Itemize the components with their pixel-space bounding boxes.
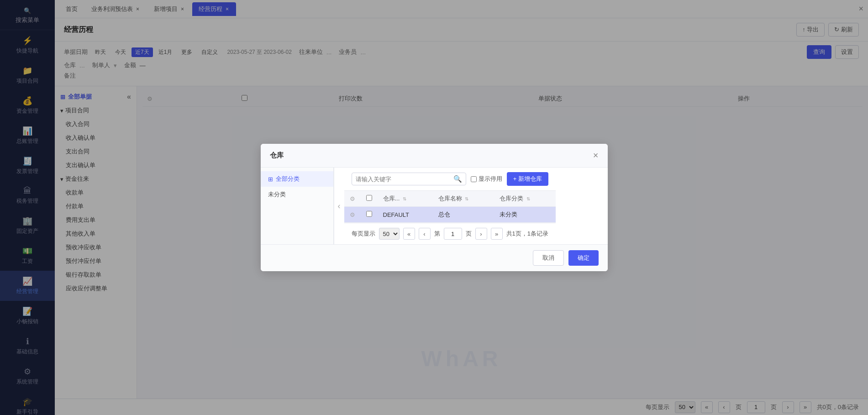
th-category: 仓库分类 ⇅ <box>494 191 556 207</box>
add-warehouse-button[interactable]: + 新增仓库 <box>507 172 548 186</box>
sort-icon-code[interactable]: ⇅ <box>403 196 406 201</box>
dialog-pagination: 每页显示 50 « ‹ 第 页 › » 共1页，1条记录 <box>344 223 556 244</box>
dialog-header: 仓库 × <box>261 144 608 168</box>
row-category: 未分类 <box>494 207 556 223</box>
show-disabled-checkbox[interactable] <box>471 176 477 182</box>
dialog-total-info: 共1页，1条记录 <box>506 230 548 238</box>
row-name: 总仓 <box>433 207 494 223</box>
gear-icon-table[interactable]: ⚙ <box>350 195 355 202</box>
show-disabled-label[interactable]: 显示停用 <box>471 175 502 183</box>
grid-icon-dialog: ⊞ <box>268 176 273 183</box>
dialog-page-label: 第 <box>434 230 440 238</box>
dialog-first-page[interactable]: « <box>403 228 415 240</box>
table-row[interactable]: ⚙ DEFAULT 总仓 未分类 <box>344 207 556 223</box>
modal-overlay: 仓库 × ⊞ 全部分类 未分类 ‹ <box>0 0 868 415</box>
dialog-next-page[interactable]: › <box>475 228 487 240</box>
search-icon-dialog: 🔍 <box>453 175 462 183</box>
th-code: 仓库... ⇅ <box>378 191 433 207</box>
dialog-last-page[interactable]: » <box>491 228 503 240</box>
row-gear: ⚙ <box>344 207 361 223</box>
dialog-sidebar-all-category[interactable]: ⊞ 全部分类 <box>261 171 333 187</box>
per-page-label-dialog: 每页显示 <box>352 230 375 238</box>
dialog-toolbar: 🔍 显示停用 + 新增仓库 <box>344 168 556 191</box>
dialog-sidebar-uncategorized[interactable]: 未分类 <box>261 187 333 202</box>
th-name: 仓库名称 ⇅ <box>433 191 494 207</box>
row-checkbox-cell <box>361 207 378 223</box>
dialog-body: ⊞ 全部分类 未分类 ‹ 🔍 <box>261 168 608 244</box>
dialog-prev-page[interactable]: ‹ <box>419 228 431 240</box>
cancel-button[interactable]: 取消 <box>533 250 564 266</box>
row-gear-icon[interactable]: ⚙ <box>350 211 355 218</box>
dialog-sidebar: ⊞ 全部分类 未分类 <box>261 168 334 244</box>
row-checkbox[interactable] <box>366 211 372 217</box>
dialog-select-all[interactable] <box>366 195 372 201</box>
th-gear: ⚙ <box>344 191 361 207</box>
sort-icon-name[interactable]: ⇅ <box>465 196 468 201</box>
confirm-button[interactable]: 确定 <box>568 250 599 266</box>
sort-icon-category[interactable]: ⇅ <box>526 196 530 201</box>
per-page-select-dialog[interactable]: 50 <box>379 228 400 240</box>
search-wrap: 🔍 <box>352 173 466 185</box>
dialog-title: 仓库 <box>270 151 284 160</box>
dialog-main: 🔍 显示停用 + 新增仓库 ⚙ <box>344 168 556 244</box>
dialog-table: ⚙ 仓库... ⇅ 仓库名称 ⇅ <box>344 191 556 223</box>
dialog-page-suffix: 页 <box>466 230 472 238</box>
dialog-search-input[interactable] <box>356 176 453 183</box>
dialog-footer: 取消 确定 <box>261 244 608 271</box>
dialog-page-input[interactable] <box>444 228 462 240</box>
row-code: DEFAULT <box>378 207 433 223</box>
sidebar-collapse-btn[interactable]: ‹ <box>334 168 344 244</box>
warehouse-dialog: 仓库 × ⊞ 全部分类 未分类 ‹ <box>261 144 608 271</box>
dialog-table-wrap: ⚙ 仓库... ⇅ 仓库名称 ⇅ <box>344 191 556 223</box>
th-checkbox <box>361 191 378 207</box>
dialog-close-button[interactable]: × <box>593 150 599 161</box>
